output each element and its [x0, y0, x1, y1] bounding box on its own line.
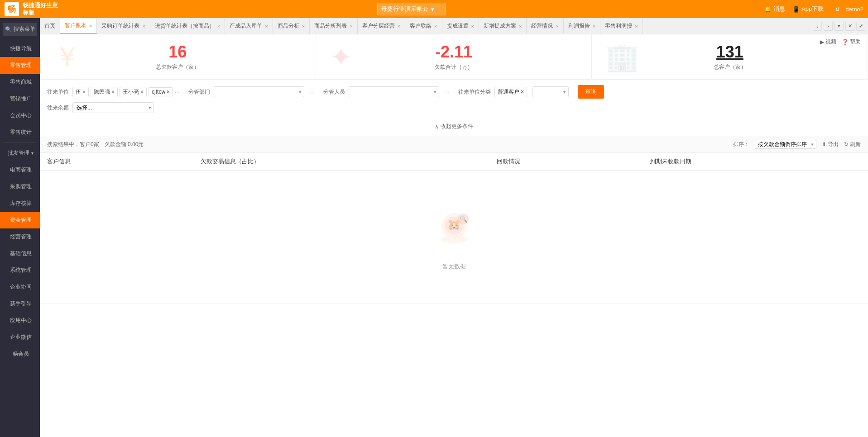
sidebar-item-retail-stats[interactable]: 零售统计 [0, 124, 40, 141]
unit-tag-wang-close[interactable]: × [140, 89, 144, 95]
stat-credit-customers-label: 总欠款客户（家） [156, 63, 199, 71]
sidebar-item-retail-store[interactable]: 零售商城 [0, 74, 40, 90]
workspace-selector[interactable]: 母婴行业演示帐套 ▾ [377, 3, 446, 15]
sidebar-item-wechat[interactable]: 企业微信 [0, 329, 40, 346]
tab-close-product-inbound[interactable]: × [265, 24, 268, 29]
sidebar-item-base[interactable]: 基础信息 [0, 245, 40, 262]
tab-nav-right[interactable]: › [824, 22, 833, 31]
sidebar-item-guide[interactable]: 新手引导 [0, 295, 40, 312]
sidebar-divider-1 [4, 142, 36, 143]
sidebar-item-enterprise[interactable]: 企业协同 [0, 279, 40, 295]
tab-profit-report[interactable]: 利润报告 × [564, 18, 600, 34]
tab-nav-more[interactable]: ▾ [834, 22, 844, 31]
tab-new-raise-label: 新增提成方案 [484, 22, 516, 30]
sidebar-item-finance[interactable]: 资金管理 [0, 212, 40, 228]
tab-close-inbound-stats[interactable]: × [217, 24, 220, 29]
tab-purchase-order[interactable]: 采购订单统计表 × [97, 18, 150, 34]
person-select[interactable] [349, 86, 439, 97]
collapse-button[interactable]: ∧ 收起更多条件 [435, 121, 473, 132]
tab-business-status-label: 经营情况 [531, 22, 553, 30]
tab-close-customer-contact[interactable]: × [434, 24, 437, 29]
tab-customer-account[interactable]: 客户账本 × [60, 18, 97, 34]
tab-customer-tier[interactable]: 客户分层经营 × [358, 18, 405, 34]
tab-close-goods-analysis-list[interactable]: × [350, 24, 352, 29]
bell-icon: 🔔 [764, 6, 772, 13]
export-button[interactable]: ⬆ 导出 [822, 141, 839, 148]
tab-close-profit-report[interactable]: × [593, 24, 595, 29]
tab-inbound-stats[interactable]: 进货单统计表（按商品） × [150, 18, 225, 34]
sidebar-item-wholesale[interactable]: 批发管理 ▾ [0, 145, 40, 162]
sidebar-item-retail[interactable]: 零售管理 [0, 57, 40, 74]
sort-label: 排序： [733, 141, 749, 148]
chevron-icon: ▾ [31, 151, 34, 156]
tab-raise-setting[interactable]: 提成设置 × [442, 18, 479, 34]
tab-close-all[interactable]: ✕ [845, 22, 854, 31]
tab-close-retail-profit[interactable]: × [635, 24, 638, 29]
unit-tags-more[interactable]: ··· [175, 89, 179, 95]
tab-business-status[interactable]: 经营情况 × [527, 18, 563, 34]
tab-new-raise[interactable]: 新增提成方案 × [479, 18, 527, 34]
tab-home[interactable]: 首页 [40, 18, 60, 34]
unit-type-tag-normal-close[interactable]: × [521, 89, 524, 95]
tab-close-new-raise[interactable]: × [519, 24, 522, 29]
message-button[interactable]: 🔔 消息 [764, 5, 785, 13]
tab-close-raise-setting[interactable]: × [471, 24, 474, 29]
user-menu[interactable]: d demo2 [831, 3, 863, 15]
tab-close-customer-account[interactable]: × [89, 23, 92, 28]
tab-close-business-status[interactable]: × [556, 24, 558, 29]
sort-select[interactable]: 按欠款金额倒序排序 [755, 140, 816, 149]
tab-nav-left[interactable]: ‹ [813, 22, 822, 31]
top-bar: 畅 畅捷通好生意 标版 母婴行业演示帐套 ▾ 🔔 消息 📱 App下载 [0, 0, 868, 18]
sidebar-item-ecom[interactable]: 电商管理 [0, 162, 40, 178]
tab-goods-analysis-list-label: 商品分析列表 [314, 22, 347, 30]
balance-select[interactable]: 选择... [72, 102, 154, 113]
balance-select-wrapper: 选择... [72, 102, 154, 113]
video-help-button[interactable]: ▶ 视频 [820, 38, 836, 46]
dept-select[interactable] [214, 86, 304, 97]
sidebar-item-system-label: 系统管理 [10, 267, 32, 273]
col-customer-info: 客户信息 [40, 153, 193, 171]
unit-tag-wang-label: 王小亮 [123, 88, 139, 96]
sidebar-item-vip[interactable]: 畅会员 [0, 346, 40, 362]
sidebar-item-quick-nav[interactable]: 快捷导航 [0, 40, 40, 57]
page-content: ￥ 16 总欠款客户（家） ✦ -2.11 欠款合计（万） 🏢 131 总客户（… [40, 34, 868, 437]
export-label: 导出 [828, 141, 839, 148]
tab-goods-analysis[interactable]: 商品分析 × [273, 18, 310, 34]
tab-goods-analysis-list[interactable]: 商品分析列表 × [310, 18, 357, 34]
tab-retail-profit[interactable]: 零售利润报 × [600, 18, 643, 34]
tab-close-purchase-order[interactable]: × [142, 24, 145, 29]
tab-customer-contact-label: 客户联络 [410, 22, 432, 30]
refresh-button[interactable]: ↻ 刷新 [844, 141, 861, 148]
unit-tag-wu-close[interactable]: × [82, 89, 86, 95]
unit-type-select[interactable] [532, 86, 569, 97]
person-more-icon: ··· [445, 89, 449, 95]
tab-close-customer-tier[interactable]: × [398, 24, 400, 29]
sidebar-item-marketing[interactable]: 营销推广 [0, 90, 40, 107]
dept-select-wrapper [214, 86, 304, 97]
tab-close-goods-analysis[interactable]: × [302, 24, 305, 29]
query-button[interactable]: 查询 [578, 85, 604, 99]
content-area: 首页 客户账本 × 采购订单统计表 × 进货单统计表（按商品） × 产成品入库单… [40, 18, 868, 437]
stat-total-customers-label: 总客户（家） [714, 63, 746, 71]
unit-type-tag-normal-label: 普通客户 [498, 88, 519, 96]
tab-expand[interactable]: ⤢ [856, 22, 865, 31]
unit-tag-chen-close[interactable]: × [111, 89, 115, 95]
unit-tag-cjttcw-close[interactable]: × [167, 89, 170, 95]
sidebar-item-app-center[interactable]: 应用中心 [0, 312, 40, 329]
sidebar-item-purchase[interactable]: 采购管理 [0, 178, 40, 195]
sidebar-item-retail-store-label: 零售商城 [10, 79, 32, 85]
sidebar-item-system[interactable]: 系统管理 [0, 262, 40, 279]
search-menu-button[interactable]: 🔍 搜索菜单 [3, 23, 37, 36]
empty-cell: 🐹 🔍 暂无数据 [40, 171, 868, 304]
sidebar-item-inventory[interactable]: 库存核算 [0, 195, 40, 212]
search-menu-label: 搜索菜单 [14, 25, 35, 33]
unit-tag-cjttcw-label: cjttcw [152, 89, 165, 95]
sidebar-item-member[interactable]: 会员中心 [0, 107, 40, 124]
help-button[interactable]: ❓ 帮助 [842, 38, 861, 46]
tab-product-inbound[interactable]: 产成品入库单 × [225, 18, 273, 34]
tab-customer-contact[interactable]: 客户联络 × [405, 18, 442, 34]
dept-more-icon: ··· [310, 89, 314, 95]
app-download-button[interactable]: 📱 App下载 [792, 5, 824, 13]
table-header-row: 客户信息 欠款交易信息（占比） 回款情况 到期未收款日期 [40, 153, 868, 171]
sidebar-item-ops[interactable]: 经营管理 [0, 228, 40, 245]
